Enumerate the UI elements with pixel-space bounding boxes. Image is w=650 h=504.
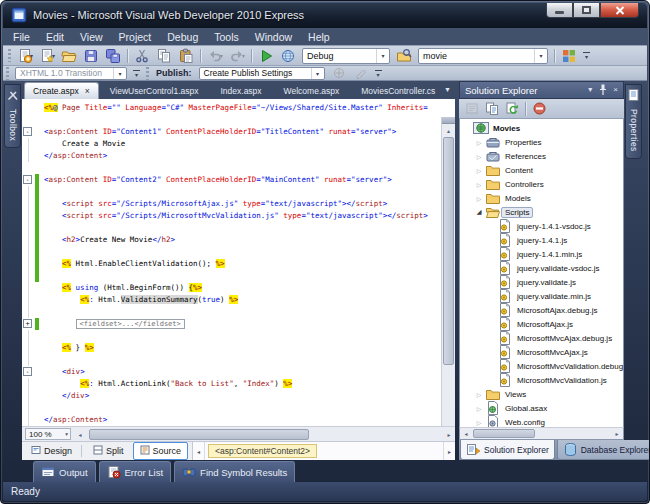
split-view-button[interactable]: Split [86,442,131,460]
se-scroll-left-icon[interactable]: ◂ [460,430,472,437]
code-line[interactable]: -<asp:Content ID="Content2" ContentPlace… [22,174,441,186]
document-tab-moviescontroller-cs[interactable]: MoviesController.cs [350,83,446,99]
browse-with-button[interactable] [277,47,299,65]
horizontal-scrollbar[interactable] [87,429,442,440]
editor-zoom-select[interactable]: 100 % ▾ [25,428,71,440]
tree-collapsed-icon[interactable]: ▷ [474,153,484,160]
code-line[interactable]: <h2>Create New Movie</h2> [22,234,441,246]
tree-item-movies[interactable]: Movies [460,121,623,135]
menu-file[interactable]: File [5,29,38,45]
code-line[interactable]: <% } %> [22,342,441,354]
menu-help[interactable]: Help [300,29,338,45]
maximize-button[interactable] [573,3,600,18]
dropdown-arrow-icon[interactable]: ▾ [376,49,389,63]
collapse-region-icon[interactable]: - [23,127,32,136]
menu-project[interactable]: Project [111,29,160,45]
save-all-button[interactable] [102,47,124,65]
properties-page-button[interactable] [462,100,482,117]
menu-edit[interactable]: Edit [38,29,72,45]
dropdown-arrow-icon[interactable]: ▾ [30,52,33,59]
vertical-scroll-thumb[interactable] [443,137,454,365]
redo-button[interactable]: ▾ [226,47,248,65]
tree-collapsed-icon[interactable]: ▷ [474,195,484,202]
menu-view[interactable]: View [72,29,111,45]
properties-tab[interactable]: Properties [625,84,642,159]
tree-item-jquery-1-4-1-js[interactable]: jquery-1.4.1.js [460,233,623,247]
tree-collapsed-icon[interactable]: ▷ [474,181,484,188]
code-line[interactable]: - <div> [22,366,441,378]
auto-hide-pin-icon[interactable] [596,83,609,98]
new-project-button[interactable]: ▾ [14,47,36,65]
document-tab-viewusercontrol1-aspx[interactable]: ViewUserControl1.aspx [99,83,210,99]
tree-item-views[interactable]: ▷Views [460,387,623,401]
dropdown-arrow-icon[interactable]: ▾ [311,68,324,79]
tree-item-jquery-1-4-1-vsdoc-js[interactable]: jquery-1.4.1-vsdoc.js [460,219,623,233]
tree-item-global-asax[interactable]: ▷Global.asax [460,401,623,415]
dropdown-arrow-icon[interactable]: ▾ [220,52,223,59]
code-line[interactable] [22,222,441,234]
tag-navigator-back-icon[interactable]: ◂ [193,442,205,460]
document-tab-welcome-aspx[interactable]: Welcome.aspx [273,83,351,99]
menu-debug[interactable]: Debug [159,29,206,45]
tree-item-microsoftmvcvalidation-debug-js[interactable]: MicrosoftMvcValidation.debug.js [460,359,623,373]
tree-item-microsoftmvcvalidation-js[interactable]: MicrosoftMvcValidation.js [460,373,623,387]
tree-collapsed-icon[interactable]: ▷ [474,405,484,412]
expand-region-icon[interactable]: + [23,319,32,328]
solution-configurations-combo[interactable]: Debug▾ [302,48,390,64]
tree-item-controllers[interactable]: ▷Controllers [460,177,623,191]
code-line[interactable] [22,246,441,258]
tree-item-microsoftmvcajax-js[interactable]: MicrosoftMvcAjax.js [460,345,623,359]
close-button[interactable] [600,3,639,18]
tool-tab-find-symbol-results[interactable]: Find Symbol Results [174,461,295,482]
tree-item-scripts[interactable]: ◢Scripts [460,205,623,219]
tree-item-jquery-validate-min-js[interactable]: jquery.validate.min.js [460,289,623,303]
code-line[interactable]: </asp:Content> [22,150,441,162]
code-line[interactable]: <%: Html.ActionLink("Back to List", "Ind… [22,378,441,390]
menu-tools[interactable]: Tools [206,29,247,45]
scrollbar-splitter-handle[interactable] [442,117,455,124]
refresh-button[interactable] [502,100,522,117]
horizontal-scroll-thumb[interactable] [89,429,309,440]
collapse-region-icon[interactable]: - [23,367,32,376]
tree-item-jquery-validate-vsdoc-js[interactable]: jquery.validate-vsdoc.js [460,261,623,275]
tree-item-microsoftajax-debug-js[interactable]: MicrosoftAjax.debug.js [460,303,623,317]
code-line[interactable]: <% Html.EnableClientValidation(); %> [22,258,441,270]
code-line[interactable]: <script src="/Scripts/MicrosoftMvcValida… [22,210,441,222]
code-line[interactable] [22,162,441,174]
publish-settings-button[interactable] [350,67,372,80]
copy-button[interactable] [153,47,175,65]
solution-explorer-header[interactable]: Solution Explorer ▾ × [459,81,624,99]
code-editor[interactable]: <%@ Page Title="" Language="C#" MasterPa… [22,99,455,426]
aspnet-configuration-button[interactable] [529,100,549,117]
tab-close-icon[interactable]: × [85,86,90,96]
paste-button[interactable] [175,47,197,65]
menu-window[interactable]: Window [247,29,300,45]
window-position-menu-icon[interactable]: ▾ [588,86,592,94]
publish-button[interactable] [328,67,350,80]
toolbar-overflow-button[interactable]: ▾ [375,70,382,77]
tree-item-properties[interactable]: ▷Properties [460,135,623,149]
add-new-item-button[interactable]: ▾ [36,47,58,65]
open-file-button[interactable] [58,47,80,65]
code-line[interactable] [22,354,441,366]
tree-item-models[interactable]: ▷Models [460,191,623,205]
tab-list-dropdown-icon[interactable]: ▼ [444,86,451,93]
start-debugging-button[interactable] [255,47,277,65]
find-in-files-button[interactable] [393,47,415,65]
dropdown-arrow-icon[interactable]: ▾ [242,52,245,59]
title-bar[interactable]: Movies - Microsoft Visual Web Developer … [3,3,647,28]
code-line[interactable]: <% using (Html.BeginForm()) {%> [22,282,441,294]
minimize-button[interactable] [546,3,573,18]
tree-item-microsoftmvcajax-debug-js[interactable]: MicrosoftMvcAjax.debug.js [460,331,623,345]
dropdown-arrow-icon[interactable]: ▾ [113,68,126,79]
code-line[interactable]: </asp:Content> [22,414,441,426]
code-line[interactable]: <%: Html.ValidationSummary(true) %> [22,294,441,306]
tree-item-references[interactable]: ▷References [460,149,623,163]
code-line[interactable]: <%@ Page Title="" Language="C#" MasterPa… [22,102,441,114]
show-all-files-button[interactable] [482,100,502,117]
code-line[interactable]: -<asp:Content ID="Content1" ContentPlace… [22,126,441,138]
tree-item-web-config[interactable]: ▷Web.config [460,415,623,427]
extension-manager-button[interactable] [558,47,580,65]
design-view-button[interactable]: Design [24,442,79,460]
cut-button[interactable] [131,47,153,65]
